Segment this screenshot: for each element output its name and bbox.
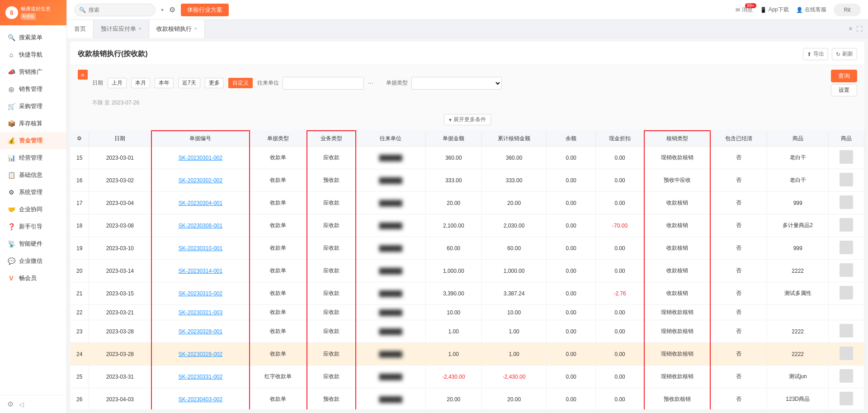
sidebar-item-quick[interactable]: ⌂ 快捷导航 xyxy=(0,46,66,63)
table-container[interactable]: ⚙ 日期 单据编号 单据类型 业务类型 往来单位 单据金额 累计核销金额 余额 … xyxy=(71,130,864,409)
billno-link[interactable]: SK-20230302-002 xyxy=(179,177,222,184)
tab-writeoff[interactable]: 收款核销执行 × xyxy=(149,20,205,38)
billno-link[interactable]: SK-20230310-001 xyxy=(179,245,222,252)
solution-button[interactable]: 体验行业方案 xyxy=(181,4,229,16)
sidebar-item-system[interactable]: ⚙ 系统管理 xyxy=(0,184,66,201)
billno-link[interactable]: SK-20230328-001 xyxy=(179,328,222,335)
user-avatar[interactable]: Rit xyxy=(834,4,861,16)
dropdown-chevron-icon[interactable]: ▾ xyxy=(161,7,164,13)
billno-link[interactable]: SK-20230328-002 xyxy=(179,351,222,357)
settings-col-icon[interactable]: ⚙ xyxy=(77,135,82,142)
billno-link[interactable]: SK-20230403-002 xyxy=(179,396,222,403)
table-row[interactable]: 16 2023-03-02 SK-20230302-002 收款单 预收款 ██… xyxy=(71,169,864,192)
cell-balance: 0.00 xyxy=(547,282,595,305)
sidebar-item-corp[interactable]: 🤝 企业协同 xyxy=(0,201,66,218)
billno-link[interactable]: SK-20230301-002 xyxy=(179,155,222,161)
filter-partner-input[interactable] xyxy=(283,77,364,90)
tab-prepay-close[interactable]: × xyxy=(139,26,142,31)
sidebar-item-basic[interactable]: 📋 基础信息 xyxy=(0,166,66,184)
tab-expand-icon[interactable]: ⛶ xyxy=(856,25,863,33)
table-row[interactable]: 18 2023-03-08 SK-20230308-001 收款单 应收款 ██… xyxy=(71,214,864,237)
col-header-writetype[interactable]: 核销类型 xyxy=(644,131,710,147)
col-header-billtype[interactable]: 单据类型 xyxy=(250,131,307,147)
col-header-biztype[interactable]: 业务类型 xyxy=(307,131,356,147)
refresh-button[interactable]: ↻ 刷新 xyxy=(832,48,857,60)
sidebar-menu: 🔍 搜索菜单 ⌂ 快捷导航 📣 营销推广 ◎ 销售管理 🛒 采购管理 📦 库存核… xyxy=(0,25,66,395)
col-header-date[interactable]: 日期 xyxy=(89,131,151,147)
goods-thumbnail xyxy=(840,150,853,164)
search-input[interactable] xyxy=(89,7,143,13)
filter-ellipsis[interactable]: ··· xyxy=(368,79,373,87)
gear-icon[interactable]: ⚙ xyxy=(169,5,175,14)
expand-more-button[interactable]: ▾ 展开更多条件 xyxy=(444,114,491,125)
billno-link[interactable]: SK-20230308-001 xyxy=(179,223,222,229)
sidebar-item-hardware[interactable]: 📡 智能硬件 xyxy=(0,235,66,252)
sidebar-item-operations[interactable]: 📊 经营管理 xyxy=(0,149,66,166)
settings-icon[interactable]: ⚙ xyxy=(7,400,14,408)
sidebar-item-purchase[interactable]: 🛒 采购管理 xyxy=(0,98,66,115)
sidebar-item-member[interactable]: V 畅会员 xyxy=(0,270,66,287)
table-row[interactable]: 26 2023-04-03 SK-20230403-002 收款单 预收款 ██… xyxy=(71,388,864,410)
sidebar-item-finance[interactable]: 💰 资金管理 xyxy=(0,132,66,149)
cell-balance: 0.00 xyxy=(547,214,595,237)
table-row[interactable]: 21 2023-03-15 SK-20230315-002 收款单 应收款 ██… xyxy=(71,282,864,305)
filter-custom[interactable]: 自定义 xyxy=(228,78,253,88)
message-icon-item[interactable]: ✉ 消息 99+ xyxy=(736,6,753,14)
sidebar-item-marketing[interactable]: 📣 营销推广 xyxy=(0,63,66,81)
table-row[interactable]: 22 2023-03-21 SK-20230321-003 收款单 应收款 ██… xyxy=(71,305,864,320)
table-row[interactable]: 24 2023-03-28 SK-20230328-002 收款单 应收款 ██… xyxy=(71,343,864,366)
sidebar-item-wechat[interactable]: 💬 企业微信 xyxy=(0,252,66,270)
filter-more[interactable]: 更多 xyxy=(205,78,224,88)
sidebar-item-search[interactable]: 🔍 搜索菜单 xyxy=(0,29,66,46)
table-row[interactable]: 19 2023-03-10 SK-20230310-001 收款单 应收款 ██… xyxy=(71,237,864,260)
tab-close-icon[interactable]: × xyxy=(849,25,853,33)
billno-link[interactable]: SK-20230331-002 xyxy=(179,374,222,380)
table-row[interactable]: 15 2023-03-01 SK-20230301-002 收款单 应收款 ██… xyxy=(71,147,864,169)
app-download-item[interactable]: 📱 App下载 xyxy=(760,6,789,14)
table-row[interactable]: 25 2023-03-31 SK-20230331-002 红字收款单 应收款 … xyxy=(71,366,864,388)
table-row[interactable]: 17 2023-03-04 SK-20230304-001 收款单 应收款 ██… xyxy=(71,192,864,214)
col-header-goodsimg[interactable]: 商品 xyxy=(829,131,864,147)
billno-link[interactable]: SK-20230321-003 xyxy=(179,309,222,316)
table-row[interactable]: 23 2023-03-28 SK-20230328-001 收款单 应收款 ██… xyxy=(71,320,864,343)
col-header-billno[interactable]: 单据编号 xyxy=(151,131,250,147)
col-header-cumwrite[interactable]: 累计核销金额 xyxy=(481,131,547,147)
export-button[interactable]: ⬆ 导出 xyxy=(803,48,828,60)
sidebar-item-inventory[interactable]: 📦 库存核算 xyxy=(0,115,66,132)
col-header-incl[interactable]: 包含已结清 xyxy=(710,131,767,147)
cell-balance: 0.00 xyxy=(547,366,595,388)
col-header-balance[interactable]: 余额 xyxy=(547,131,595,147)
cell-goods: 多计量商品2 xyxy=(767,214,829,237)
filter-this-year[interactable]: 本年 xyxy=(155,78,174,88)
cell-partner: ██████ xyxy=(356,366,426,388)
online-service-item[interactable]: 👤 在线客服 xyxy=(796,6,826,14)
cell-partner: ██████ xyxy=(356,147,426,169)
topbar-search-box[interactable]: 🔍 xyxy=(74,4,156,16)
col-header-partner[interactable]: 往来单位 xyxy=(356,131,426,147)
page-actions: ⬆ 导出 ↻ 刷新 xyxy=(803,48,857,60)
sidebar-item-sales[interactable]: ◎ 销售管理 xyxy=(0,81,66,98)
filter-toggle-icon[interactable]: » xyxy=(78,70,88,80)
goods-thumbnail xyxy=(840,195,853,209)
cell-cumwrite: 60.00 xyxy=(481,237,547,260)
filter-billtype-select[interactable] xyxy=(411,77,502,90)
col-header-cashdis[interactable]: 现金折扣 xyxy=(595,131,644,147)
setting-button[interactable]: 设置 xyxy=(831,84,857,96)
filter-this-month[interactable]: 本月 xyxy=(131,78,150,88)
billno-link[interactable]: SK-20230315-002 xyxy=(179,290,222,297)
cell-cumwrite: 20.00 xyxy=(481,192,547,214)
billno-link[interactable]: SK-20230304-001 xyxy=(179,200,222,206)
filter-last-month[interactable]: 上月 xyxy=(108,78,127,88)
collapse-icon[interactable]: ◁ xyxy=(19,401,24,408)
tab-writeoff-close[interactable]: × xyxy=(194,26,197,31)
tab-prepay[interactable]: 预计应应付单 × xyxy=(94,20,149,38)
col-header-amount[interactable]: 单据金额 xyxy=(425,131,481,147)
cell-incl: 否 xyxy=(710,237,767,260)
table-row[interactable]: 20 2023-03-14 SK-20230314-001 收款单 应收款 ██… xyxy=(71,260,864,282)
filter-last7days[interactable]: 近7天 xyxy=(178,78,200,88)
sidebar-item-guide[interactable]: ❓ 新手引导 xyxy=(0,218,66,235)
tab-home[interactable]: 首页 xyxy=(67,20,94,38)
query-button[interactable]: 查询 xyxy=(831,70,857,82)
col-header-goods[interactable]: 商品 xyxy=(767,131,829,147)
billno-link[interactable]: SK-20230314-001 xyxy=(179,268,222,274)
